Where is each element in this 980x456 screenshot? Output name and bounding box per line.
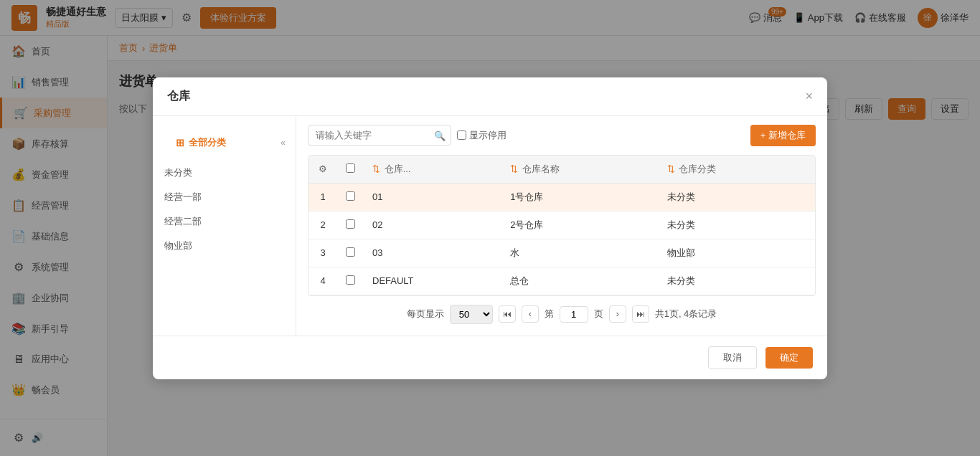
page-label: 第 [545, 308, 554, 320]
search-input[interactable] [308, 125, 451, 146]
page-suffix: 页 [594, 308, 603, 320]
page-input[interactable] [560, 306, 588, 323]
sort-icon-code: ⇅ [372, 163, 380, 174]
show-disabled-checkbox[interactable]: 显示停用 [457, 129, 507, 142]
row-name: 2号仓库 [501, 211, 658, 239]
modal-header: 仓库 × [153, 77, 827, 116]
tree-item-property[interactable]: 物业部 [153, 234, 296, 258]
th-gear[interactable]: ⚙ [308, 156, 337, 184]
confirm-button[interactable]: 确定 [765, 347, 813, 369]
th-code[interactable]: ⇅ 仓库... [364, 156, 501, 184]
row-check[interactable] [337, 267, 364, 295]
search-icon[interactable]: 🔍 [434, 130, 446, 141]
sort-icon-name: ⇅ [510, 163, 518, 174]
row-name: 总仓 [501, 267, 658, 295]
th-checkbox [337, 156, 364, 184]
modal-toolbar: 🔍 显示停用 + 新增仓库 [308, 125, 816, 146]
per-page-select[interactable]: 50 100 200 [450, 305, 493, 324]
row-check[interactable] [337, 211, 364, 239]
th-name[interactable]: ⇅ 仓库名称 [501, 156, 658, 184]
row-num: 2 [308, 211, 337, 239]
tree-item-ops1[interactable]: 经营一部 [153, 185, 296, 209]
tree-header: ⊞ 全部分类 « [153, 125, 296, 161]
row-num: 1 [308, 183, 337, 211]
row-code: 02 [364, 211, 501, 239]
row-name: 1号仓库 [501, 183, 658, 211]
sort-icon-category: ⇅ [667, 163, 675, 174]
table-row[interactable]: 2 02 2号仓库 未分类 [308, 211, 815, 239]
page-prev-button[interactable]: ‹ [522, 305, 539, 323]
tree-all-category[interactable]: ⊞ 全部分类 [164, 130, 237, 155]
modal-close-button[interactable]: × [805, 89, 813, 104]
row-check[interactable] [337, 183, 364, 211]
modal-overlay: 仓库 × ⊞ 全部分类 « 未分类 经营一部 [0, 0, 980, 456]
row-num: 4 [308, 267, 337, 295]
modal-tree: ⊞ 全部分类 « 未分类 经营一部 经营二部 物业部 [153, 116, 296, 336]
row-code: 01 [364, 183, 501, 211]
add-warehouse-button[interactable]: + 新增仓库 [750, 125, 816, 146]
modal-title: 仓库 [167, 89, 190, 104]
cancel-button[interactable]: 取消 [708, 346, 757, 369]
modal-body: ⊞ 全部分类 « 未分类 经营一部 经营二部 物业部 [153, 116, 827, 336]
row-code: 03 [364, 239, 501, 267]
table-header: ⚙ ⇅ 仓库... ⇅ 仓库名称 [308, 156, 815, 184]
tree-item-ops2[interactable]: 经营二部 [153, 209, 296, 234]
per-page-label: 每页显示 [407, 308, 444, 320]
table-row[interactable]: 4 DEFAULT 总仓 未分类 [308, 267, 815, 295]
warehouse-modal: 仓库 × ⊞ 全部分类 « 未分类 经营一部 [153, 77, 827, 379]
page-last-button[interactable]: ⏭ [632, 305, 649, 323]
row-category: 未分类 [659, 267, 815, 295]
table: ⚙ ⇅ 仓库... ⇅ 仓库名称 [308, 156, 815, 295]
disabled-checkbox[interactable] [457, 130, 466, 140]
search-wrap: 🔍 [308, 125, 451, 146]
row-category: 未分类 [659, 211, 815, 239]
row-num: 3 [308, 239, 337, 267]
row-check[interactable] [337, 239, 364, 267]
grid-icon: ⊞ [176, 137, 184, 148]
table-body: 1 01 1号仓库 未分类 2 02 2号仓库 [308, 183, 815, 295]
row-category: 物业部 [659, 239, 815, 267]
row-category: 未分类 [659, 183, 815, 211]
warehouse-table: ⚙ ⇅ 仓库... ⇅ 仓库名称 [308, 155, 816, 296]
modal-right: 🔍 显示停用 + 新增仓库 ⚙ [296, 116, 827, 336]
page-first-button[interactable]: ⏮ [499, 305, 516, 323]
page-total: 共1页, 4条记录 [655, 308, 717, 320]
tree-item-uncategorized[interactable]: 未分类 [153, 161, 296, 185]
page-next-button[interactable]: › [609, 305, 626, 323]
row-code: DEFAULT [364, 267, 501, 295]
tree-collapse-button[interactable]: « [276, 135, 290, 151]
table-row[interactable]: 3 03 水 物业部 [308, 239, 815, 267]
th-category[interactable]: ⇅ 仓库分类 [659, 156, 815, 184]
table-row[interactable]: 1 01 1号仓库 未分类 [308, 183, 815, 211]
modal-footer: 取消 确定 [153, 336, 827, 379]
row-name: 水 [501, 239, 658, 267]
pagination: 每页显示 50 100 200 ⏮ ‹ 第 页 › ⏭ 共1页, 4条记录 [308, 296, 816, 327]
select-all-checkbox[interactable] [346, 163, 355, 173]
